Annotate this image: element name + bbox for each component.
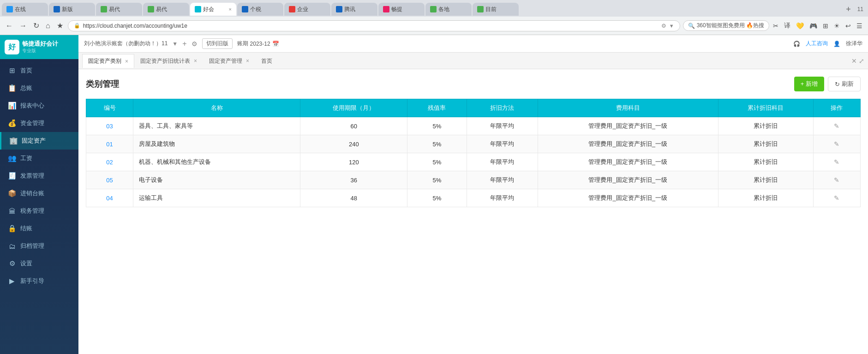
tab-label: 个税 — [250, 6, 261, 13]
page-tab-category[interactable]: 固定资产类别× — [82, 54, 134, 68]
consult-label[interactable]: 人工咨询 — [806, 40, 828, 48]
bookmark-button[interactable]: ★ — [55, 19, 65, 32]
sidebar-item-invoice[interactable]: 🧾 发票管理 — [0, 167, 78, 185]
tab-favicon — [6, 6, 13, 12]
sidebar-label-home: 首页 — [20, 66, 32, 75]
forward-button[interactable]: → — [18, 20, 29, 32]
maximize-window-icon[interactable]: ⤢ — [859, 57, 864, 65]
calendar-icon[interactable]: 📅 — [272, 41, 279, 47]
tab-label: 畅提 — [391, 6, 402, 13]
scissors-icon[interactable]: ✂ — [771, 20, 780, 31]
sidebar-icon-guide: ▶ — [7, 277, 17, 285]
sidebar-item-payroll[interactable]: 👥 工资 — [0, 150, 78, 167]
browser-tab-tab2[interactable]: 新版 — [49, 3, 95, 16]
reload-button[interactable]: ↻ — [31, 19, 41, 32]
browser-tab-tab6[interactable]: 个税 — [237, 3, 283, 16]
site-info-icon[interactable]: ⚙ — [661, 23, 666, 29]
undo-icon[interactable]: ↩ — [844, 20, 853, 31]
page-tab-depreciation[interactable]: 固定资产折旧统计表× — [134, 54, 203, 68]
cell-accumulate: 累计折旧 — [718, 153, 813, 171]
cell-method: 年限平均 — [467, 135, 538, 153]
cell-op[interactable]: ✎ — [813, 117, 860, 135]
tab-favicon — [242, 6, 248, 12]
sidebar-item-guide[interactable]: ▶ 新手引导 — [0, 272, 78, 290]
sidebar-item-report[interactable]: 📊 报表中心 — [0, 97, 78, 114]
page-tab-close-fixed-mgmt[interactable]: × — [246, 58, 249, 64]
sidebar-icon-tax: 🏛 — [7, 207, 17, 215]
wallet-icon[interactable]: 💛 — [794, 20, 806, 31]
add-period-btn[interactable]: + — [182, 40, 186, 48]
cell-op[interactable]: ✎ — [813, 189, 860, 207]
sidebar-icon-stock: 📦 — [7, 189, 17, 198]
tab-label: 企业 — [297, 6, 308, 13]
browser-tab-tab11[interactable]: 目前 — [473, 3, 519, 16]
edit-icon[interactable]: ✎ — [834, 122, 839, 130]
page-tab-close-category[interactable]: × — [125, 58, 128, 65]
grid-icon[interactable]: ⊞ — [821, 20, 830, 31]
page-tab-close-depreciation[interactable]: × — [194, 58, 197, 64]
browser-tab-tab9[interactable]: 畅提 — [378, 3, 425, 16]
sidebar-item-home[interactable]: ⊞ 首页 — [0, 62, 78, 79]
tab-close-icon[interactable]: × — [229, 6, 232, 12]
sidebar-item-archive[interactable]: 🗂 归档管理 — [0, 237, 78, 255]
browser-tab-tab1[interactable]: 在线 — [2, 3, 48, 16]
close-window-icon[interactable]: ✕ — [851, 57, 857, 65]
main-body: 刘小艳演示账套（勿删勿动！）11 ▼ + ⚙ 切到旧版 账期 2023-12 📅… — [78, 35, 868, 354]
sidebar-icon-invoice: 🧾 — [7, 172, 17, 180]
cell-rate: 5% — [407, 153, 467, 171]
browser-tab-tab10[interactable]: 各地 — [425, 3, 472, 16]
sidebar-label-settings: 设置 — [20, 259, 32, 268]
cell-op[interactable]: ✎ — [813, 171, 860, 189]
refresh-button[interactable]: ↻ 刷新 — [828, 77, 861, 91]
sidebar-label-funds: 资金管理 — [20, 119, 44, 127]
cell-op[interactable]: ✎ — [813, 153, 860, 171]
sidebar-item-stock[interactable]: 📦 进销台账 — [0, 185, 78, 202]
col-header-残值率: 残值率 — [407, 99, 467, 117]
page-tab-fixed-mgmt[interactable]: 固定资产管理× — [203, 54, 255, 68]
edit-icon[interactable]: ✎ — [834, 158, 839, 166]
app-wrapper: 好 畅捷通好会计 专业版 ⊞ 首页 📋 总账 📊 报表中心 💰 资金管理 🏢 固… — [0, 35, 868, 354]
sidebar-item-funds[interactable]: 💰 资金管理 — [0, 114, 78, 132]
search-bar[interactable]: 🔍 360智能抠图免费用 🔥热搜 — [683, 20, 769, 31]
cell-method: 年限平均 — [467, 153, 538, 171]
settings-btn[interactable]: ⚙ — [192, 40, 198, 48]
brand-sub: 专业版 — [22, 48, 58, 54]
browser-tab-tab7[interactable]: 企业 — [284, 3, 330, 16]
cell-op[interactable]: ✎ — [813, 135, 860, 153]
tab-favicon — [383, 6, 389, 12]
cell-period: 36 — [300, 171, 407, 189]
add-button[interactable]: + 新增 — [794, 77, 824, 91]
tab-label: 腾讯 — [344, 6, 355, 13]
address-bar[interactable]: 🔒 https://cloud.chanjet.com/accounting/u… — [68, 20, 680, 31]
edit-icon[interactable]: ✎ — [834, 194, 839, 202]
sidebar-item-ledger[interactable]: 📋 总账 — [0, 79, 78, 97]
sidebar-item-settings[interactable]: ⚙ 设置 — [0, 255, 78, 272]
sidebar-icon-report: 📊 — [7, 102, 17, 110]
page-tab-home[interactable]: 首页 — [255, 54, 278, 68]
sidebar-icon-home: ⊞ — [7, 66, 17, 75]
edit-icon[interactable]: ✎ — [834, 176, 839, 184]
cell-period: 60 — [300, 117, 407, 135]
menu-icon[interactable]: ☰ — [855, 20, 864, 31]
expand-user-btn[interactable]: ▼ — [172, 41, 178, 47]
new-tab-button[interactable]: + — [843, 5, 854, 14]
browser-tab-tab3[interactable]: 易代 — [96, 3, 142, 16]
cell-period: 120 — [300, 153, 407, 171]
switch-old-btn[interactable]: 切到旧版 — [202, 38, 233, 49]
sun-icon[interactable]: ☀ — [832, 20, 842, 31]
username-label: 徐泽华 — [846, 40, 862, 48]
translate-icon[interactable]: 译 — [782, 20, 792, 32]
sidebar-item-fixed-assets[interactable]: 🏢 固定资产 — [0, 132, 78, 150]
game-icon[interactable]: 🎮 — [808, 20, 819, 31]
back-button[interactable]: ← — [4, 20, 15, 32]
browser-tab-tab8[interactable]: 腾讯 — [331, 3, 377, 16]
consult-icon: 🎧 — [793, 41, 800, 47]
browser-tab-tab5[interactable]: 好会 × — [190, 3, 236, 16]
sidebar-item-checkout[interactable]: 🔒 结账 — [0, 220, 78, 237]
cell-rate: 5% — [407, 117, 467, 135]
sidebar-item-tax[interactable]: 🏛 税务管理 — [0, 202, 78, 220]
browser-tab-tab4[interactable]: 易代 — [143, 3, 189, 16]
chevron-down-icon[interactable]: ▼ — [669, 23, 674, 29]
edit-icon[interactable]: ✎ — [834, 140, 839, 148]
home-button[interactable]: ⌂ — [44, 20, 52, 32]
